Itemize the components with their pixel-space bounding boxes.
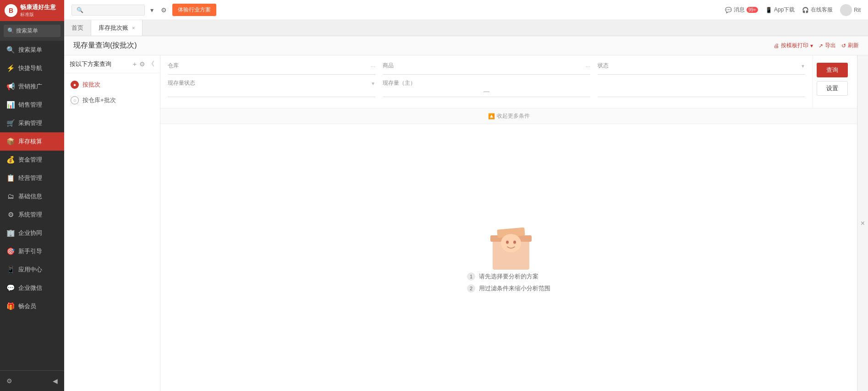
sidebar-item-label: 经营管理 xyxy=(18,174,42,182)
tab-inventory-batch[interactable]: 库存批次账× xyxy=(91,20,143,36)
inventory-qty-from[interactable] xyxy=(383,88,481,95)
sidebar-item-purchase[interactable]: 🛒采购管理 xyxy=(0,114,64,132)
page-title-actions: 🖨 按模板打印 ▾ ↗ 导出 ↺ 刷新 xyxy=(774,42,859,49)
scheme-header-label: 按以下方案查询 xyxy=(70,60,111,68)
sidebar-item-inventory[interactable]: 📦库存核算 xyxy=(0,132,64,151)
apps-icon: 📱 xyxy=(6,266,15,274)
top-search-box[interactable]: 🔍 xyxy=(71,5,145,16)
sidebar: B 畅康通好生意 标准版 🔍 搜索菜单 🔍搜索菜单⚡快捷导航📢营销推广📊销售管理… xyxy=(0,0,64,391)
warehouse-value[interactable] xyxy=(168,71,375,72)
scheme-item-batch[interactable]: ●按批次 xyxy=(64,77,160,92)
collapse-label: 收起更多条件 xyxy=(497,112,530,120)
empty-svg xyxy=(481,219,541,270)
sidebar-collapse-button[interactable]: ◀ xyxy=(51,375,60,386)
user-avatar xyxy=(840,4,852,16)
sidebar-item-wechat[interactable]: 💬企业微信 xyxy=(0,279,64,297)
message-badge: 99+ xyxy=(747,7,758,13)
tab-home[interactable]: 首页 xyxy=(64,20,91,36)
sidebar-item-finance[interactable]: 💰资金管理 xyxy=(0,151,64,169)
inventory-qty-to[interactable] xyxy=(492,88,590,95)
inventory-icon: 📦 xyxy=(6,137,15,146)
search-menu-label: 搜索菜单 xyxy=(16,27,38,35)
sidebar-item-member[interactable]: 🎁畅会员 xyxy=(0,297,64,315)
query-button[interactable]: 查询 xyxy=(817,63,848,77)
inventory-status-value[interactable] xyxy=(168,88,375,90)
filter-row-1: 仓库 ··· 商品 ··· xyxy=(168,62,805,75)
search-icon: 🔍 xyxy=(6,46,15,54)
inventory-status-label: 现存量状态 xyxy=(168,79,195,87)
status-value[interactable] xyxy=(598,71,805,72)
sidebar-bottom: ⚙ ◀ xyxy=(0,370,64,391)
app-download-item[interactable]: 📱 App下载 xyxy=(765,6,795,14)
sidebar-item-basic[interactable]: 🗂基础信息 xyxy=(0,187,64,206)
print-chevron: ▾ xyxy=(810,43,813,49)
user-item[interactable]: Rit xyxy=(840,4,861,16)
sidebar-item-sales[interactable]: 📊销售管理 xyxy=(0,96,64,114)
tab-close-inventory-batch[interactable]: × xyxy=(132,25,135,31)
warehouse-dots[interactable]: ··· xyxy=(371,63,375,70)
status-field: 状态 ▼ xyxy=(598,62,805,75)
empty-step-1: 1 请先选择要分析的方案 xyxy=(467,272,550,281)
headset-icon: 🎧 xyxy=(802,7,809,13)
refresh-button[interactable]: ↺ 刷新 xyxy=(841,42,859,49)
sidebar-item-enterprise[interactable]: 🏢企业协同 xyxy=(0,224,64,242)
scheme-header: 按以下方案查询 + ⚙ 《 xyxy=(64,55,160,73)
status-chevron[interactable]: ▼ xyxy=(801,64,805,69)
scheme-item-warehouse-batch[interactable]: ○按仓库+批次 xyxy=(64,92,160,108)
add-scheme-button[interactable]: + xyxy=(133,60,137,68)
product-label: 商品 xyxy=(383,62,394,70)
sidebar-search: 🔍 搜索菜单 xyxy=(0,21,64,41)
newbie-icon: 🎯 xyxy=(6,247,15,255)
status-label: 状态 xyxy=(598,62,609,70)
close-panel-icon[interactable]: × xyxy=(861,219,865,228)
print-button[interactable]: 🖨 按模板打印 ▾ xyxy=(774,42,813,49)
sidebar-item-operations[interactable]: 📋经营管理 xyxy=(0,169,64,187)
dropdown-button[interactable]: ▾ xyxy=(148,5,155,16)
sidebar-item-label: 搜索菜单 xyxy=(18,46,42,54)
inventory-status-field: 现存量状态 ▼ xyxy=(168,79,375,97)
empty-illustration xyxy=(481,219,536,265)
sidebar-item-search[interactable]: 🔍搜索菜单 xyxy=(0,41,64,59)
export-label: 导出 xyxy=(825,42,836,49)
sidebar-item-label: 应用中心 xyxy=(18,266,42,274)
trial-button[interactable]: 体验行业方案 xyxy=(172,4,216,16)
inventory-status-chevron[interactable]: ▼ xyxy=(371,81,375,86)
scheme-icon-warehouse-batch: ○ xyxy=(71,96,79,104)
collapse-bar[interactable]: 🔼 收起更多条件 xyxy=(160,109,857,124)
sidebar-item-system[interactable]: ⚙系统管理 xyxy=(0,206,64,224)
page-title-bar: 现存量查询(按批次) 🖨 按模板打印 ▾ ↗ 导出 ↺ 刷新 xyxy=(64,36,868,55)
filter-area: 仓库 ··· 商品 ··· xyxy=(160,55,857,391)
sidebar-item-newbie[interactable]: 🎯新手引导 xyxy=(0,242,64,261)
message-label: 消息 xyxy=(734,6,745,14)
product-dots[interactable]: ··· xyxy=(586,63,590,70)
sales-icon: 📊 xyxy=(6,101,15,109)
sidebar-item-label: 销售管理 xyxy=(18,101,42,109)
export-button[interactable]: ↗ 导出 xyxy=(819,42,836,49)
number-dash: — xyxy=(483,88,489,95)
finance-icon: 💰 xyxy=(6,156,15,164)
right-close-panel[interactable]: × xyxy=(857,55,868,391)
settings-button[interactable]: ⚙ xyxy=(159,5,169,16)
sidebar-item-apps[interactable]: 📱应用中心 xyxy=(0,261,64,279)
app-info: 畅康通好生意 标准版 xyxy=(20,4,56,17)
product-value[interactable] xyxy=(383,71,590,72)
sidebar-settings-button[interactable]: ⚙ xyxy=(5,375,14,386)
message-item[interactable]: 💬 消息 99+ xyxy=(725,6,758,14)
online-service-label: 在线客服 xyxy=(811,6,833,14)
message-icon: 💬 xyxy=(725,7,732,13)
scheme-collapse-button[interactable]: 《 xyxy=(148,60,154,68)
svg-point-4 xyxy=(506,240,509,244)
svg-point-5 xyxy=(513,240,516,244)
system-icon: ⚙ xyxy=(6,211,15,219)
refresh-icon: ↺ xyxy=(841,43,846,49)
sidebar-item-marketing[interactable]: 📢营销推广 xyxy=(0,77,64,96)
sidebar-item-quick-nav[interactable]: ⚡快捷导航 xyxy=(0,59,64,77)
set-button[interactable]: 设置 xyxy=(817,81,848,96)
tab-label: 库存批次账 xyxy=(99,24,128,32)
sidebar-nav: 🔍搜索菜单⚡快捷导航📢营销推广📊销售管理🛒采购管理📦库存核算💰资金管理📋经营管理… xyxy=(0,41,64,370)
empty-text: 1 请先选择要分析的方案 2 用过滤条件来缩小分析范围 xyxy=(467,272,550,296)
scheme-settings-button[interactable]: ⚙ xyxy=(139,60,145,68)
empty-step-2: 2 用过滤条件来缩小分析范围 xyxy=(467,284,550,293)
online-service-item[interactable]: 🎧 在线客服 xyxy=(802,6,833,14)
search-menu-button[interactable]: 🔍 搜索菜单 xyxy=(4,25,60,37)
